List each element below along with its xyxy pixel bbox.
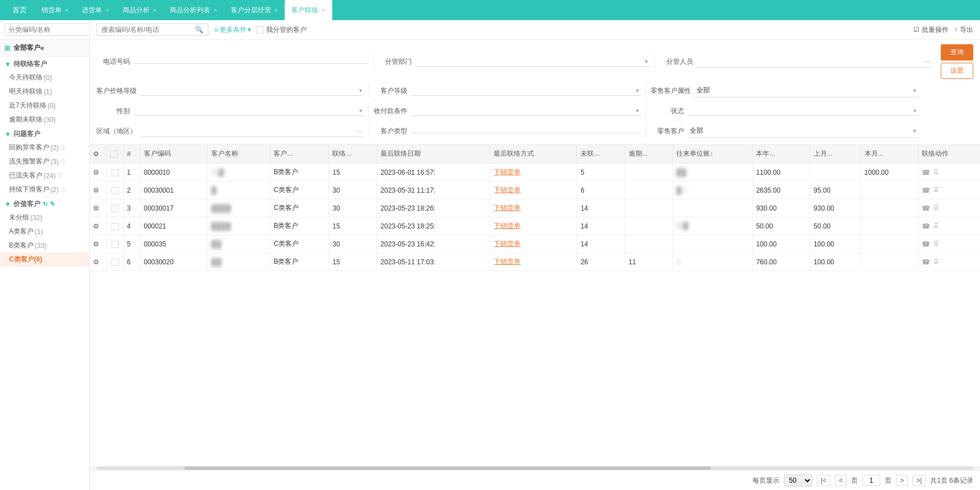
per-page-select[interactable]: 50 20 100 [784,474,812,487]
sidebar-item-ungrouped[interactable]: 未分组 (32) [0,211,89,225]
sidebar-item-overdue[interactable]: 逾期未联络 (30) [0,113,89,127]
action-more-icon[interactable]: ⠿ [933,258,939,266]
nav-tab-product-list[interactable]: 商品分析列表 × [163,0,224,20]
sidebar-item-class-c[interactable]: C类客户(6) [0,253,89,267]
row-checkbox[interactable] [112,223,119,230]
cell-last-method[interactable]: 下销货单 [490,253,577,271]
action-more-icon[interactable]: ⠿ [933,222,939,230]
collapse-icon[interactable]: « [40,44,44,52]
nav-home[interactable]: 首页 [4,0,35,20]
sidebar-item-churn-warn[interactable]: 流失预警客户 (3) ⓘ [0,155,89,169]
search-icon[interactable]: 🔍 [195,26,203,34]
nav-tab-purchase-close[interactable]: × [105,7,109,13]
more-conditions-btn[interactable]: ≡ 更多条件 ▾ [214,25,251,35]
col-last-date[interactable]: 最后联络日期 [377,144,490,164]
cell-checkbox[interactable] [106,164,123,181]
next-page-btn[interactable]: > [896,475,908,486]
nav-tab-sales[interactable]: 销货单 × [35,0,75,20]
col-unit-history[interactable]: 往来单位账↕ [673,144,753,164]
export-btn[interactable]: ↑ 导出 [954,25,973,35]
sidebar-group-problem[interactable]: ▼ 问题客户 [0,127,89,141]
set-button[interactable]: 设置 [941,63,973,79]
cell-checkbox[interactable] [106,253,123,271]
refresh-icon[interactable]: ↻ [43,200,48,208]
sidebar-group-pending[interactable]: ▼ 待联络客户 [0,57,89,71]
header-checkbox[interactable] [110,151,118,158]
cell-settings[interactable]: ⚙ [90,199,106,217]
cell-last-method[interactable]: 下销货单 [490,199,577,217]
action-phone-icon[interactable]: ☎ [922,204,930,212]
action-phone-icon[interactable]: ☎ [922,240,930,248]
row-checkbox[interactable] [112,187,119,194]
cell-settings[interactable]: ⚙ [90,164,106,181]
cell-last-method[interactable]: 下销货单 [490,181,577,199]
sidebar-search-input[interactable] [4,24,90,36]
nav-tab-product-list-close[interactable]: × [213,7,217,13]
nav-tab-customer-tier[interactable]: 客户分层经营 × [224,0,285,20]
action-phone-icon[interactable]: ☎ [922,222,930,230]
cell-last-method[interactable]: 下销货单 [490,235,577,253]
col-code[interactable]: 客户编码 [140,144,208,164]
col-type[interactable]: 客户... [270,144,329,164]
gender-select[interactable]: ▾ [133,106,364,116]
search-input[interactable] [101,26,195,34]
cell-settings[interactable]: ⚙ [90,253,106,271]
phone-input[interactable] [133,60,369,64]
col-overdue[interactable]: 逾期... [625,144,673,164]
col-contact[interactable]: 联络... [329,144,377,164]
row-checkbox[interactable] [112,205,119,212]
scrollbar-thumb[interactable] [184,466,710,470]
cust-level-select[interactable]: ▾ [411,86,642,96]
cell-checkbox[interactable] [106,235,123,253]
retail-attr-select[interactable]: 全部 ▾ [694,84,918,97]
cell-checkbox[interactable] [106,181,123,199]
page-number-input[interactable] [862,475,880,486]
cell-settings[interactable]: ⚙ [90,235,106,253]
sidebar-item-declining[interactable]: 持续下滑客户 (2) ⓘ [0,183,89,197]
payment-select[interactable]: ▾ [411,106,642,116]
retail-select[interactable]: 全部 ▾ [688,124,918,138]
status-select[interactable]: ▾ [688,106,918,116]
settings-icon[interactable]: ⚙ [93,150,99,158]
query-button[interactable]: 查询 [941,44,973,60]
nav-tab-sales-close[interactable]: × [65,7,68,13]
sidebar-group-value[interactable]: ▼ 价值客户 ↻ ✎ [0,197,89,211]
prev-page-btn[interactable]: < [835,475,847,486]
my-customers-checkbox[interactable]: 我分管的客户 [257,25,306,35]
cell-settings[interactable]: ⚙ [90,217,106,235]
sidebar-item-class-b[interactable]: B类客户 (33) [0,239,89,253]
col-name[interactable]: 客户名称 [208,144,270,164]
row-checkbox[interactable] [112,259,119,266]
action-phone-icon[interactable]: ☎ [922,186,930,194]
sidebar-item-churned[interactable]: 已流失客户 (24) ⓘ [0,169,89,183]
action-more-icon[interactable]: ⠿ [933,240,939,248]
nav-tab-customer-tier-close[interactable]: × [275,7,278,13]
col-year-total[interactable]: 本年... [753,144,810,164]
row-checkbox[interactable] [112,241,119,248]
region-ellipsis-icon[interactable]: ··· [356,127,362,135]
nav-tab-purchase[interactable]: 进货单 × [75,0,115,20]
col-last-month[interactable]: 上月... [810,144,861,164]
sidebar-item-week[interactable]: 近7天待联络 (0) [0,99,89,113]
cell-last-method[interactable]: 下销货单 [490,164,577,181]
ellipsis-icon[interactable]: ··· [924,58,930,66]
sidebar-item-abnormal[interactable]: 回购异常客户 (2) ⓘ [0,141,89,155]
batch-operation-btn[interactable]: ☑ 批量操作 [913,25,949,35]
nav-tab-customer-contact[interactable]: 客户联络 × [285,0,332,20]
last-page-btn[interactable]: >| [912,475,926,486]
region-select[interactable]: ··· [140,125,364,137]
action-more-icon[interactable]: ⠿ [933,204,939,212]
row-checkbox[interactable] [112,169,119,176]
cell-last-method[interactable]: 下销货单 [490,217,577,235]
action-more-icon[interactable]: ⠿ [933,169,939,176]
sidebar-item-today[interactable]: 今天待联络 (0) [0,71,89,85]
horizontal-scrollbar[interactable] [90,466,980,470]
nav-tab-product-analysis-close[interactable]: × [153,7,156,13]
col-not-linked[interactable]: 未联... [577,144,625,164]
col-settings[interactable]: ⚙ [90,144,106,164]
action-more-icon[interactable]: ⠿ [933,186,939,194]
manager-select[interactable]: ··· [696,56,932,68]
sidebar-item-tomorrow[interactable]: 明天待联络 (1) [0,85,89,99]
nav-tab-customer-contact-close[interactable]: × [322,7,325,13]
first-page-btn[interactable]: |< [817,475,830,486]
